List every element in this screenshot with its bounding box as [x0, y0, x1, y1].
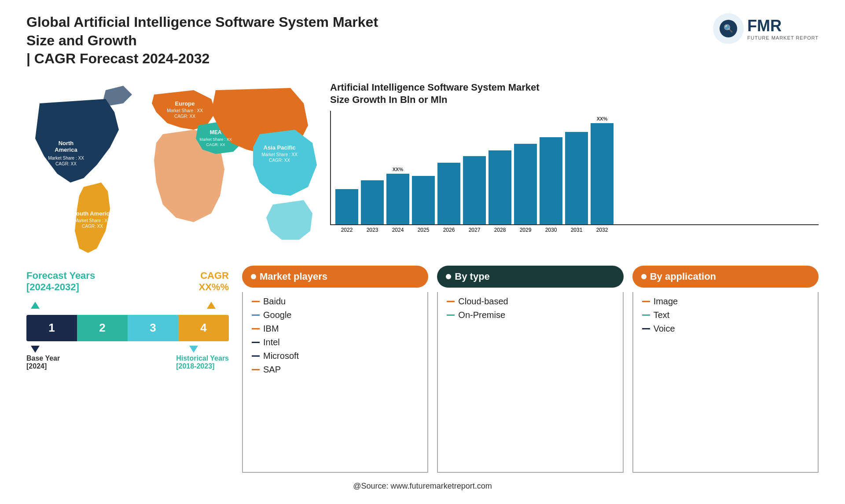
- year-label-2031: 2031: [565, 227, 588, 233]
- svg-text:Market Share : XX: Market Share : XX: [48, 156, 84, 161]
- by-application-content: Image Text Voice: [632, 292, 819, 473]
- svg-text:MEA: MEA: [210, 129, 222, 135]
- base-year-group: Base Year [2024]: [26, 354, 60, 370]
- cagr-label-group: CAGR XX%%: [199, 270, 229, 293]
- forecast-label: Forecast Years: [26, 270, 95, 281]
- bar-2028: [489, 149, 511, 224]
- timeline-up-arrows: [26, 302, 229, 310]
- svg-text:CAGR: XX: CAGR: XX: [55, 161, 77, 166]
- forecast-years: [2024-2032]: [26, 281, 95, 293]
- arrow-down-blue: [189, 346, 198, 354]
- historical-year-group: Historical Years [2018-2023]: [176, 354, 229, 370]
- logo-fmr: FMR: [747, 17, 782, 35]
- by-application-box: By application Image Text Voice: [632, 266, 819, 473]
- bar-2023: [361, 179, 384, 224]
- dash-icon: [447, 314, 455, 316]
- forecast-label-group: Forecast Years [2024-2032]: [26, 270, 95, 293]
- by-application-label: By application: [650, 271, 716, 282]
- arrow-up-teal: [31, 302, 40, 310]
- source-text: @Source: www.futuremarketreport.com: [353, 482, 492, 490]
- by-application-dot: [641, 274, 647, 279]
- forecast-cagr-header: Forecast Years [2024-2032] CAGR XX%%: [26, 270, 229, 293]
- dash-icon: [252, 328, 260, 329]
- svg-text:Europe: Europe: [175, 100, 195, 107]
- logo-text: FMR FUTURE MARKET REPORT: [747, 17, 819, 40]
- year-label-2028: 2028: [489, 227, 511, 233]
- year-label-2025: 2025: [412, 227, 435, 233]
- logo-subtitle: FUTURE MARKET REPORT: [747, 35, 819, 40]
- by-type-header: By type: [437, 266, 623, 288]
- dash-icon: [252, 355, 260, 357]
- year-label-2023: 2023: [361, 227, 384, 233]
- svg-text:North: North: [59, 140, 74, 146]
- market-players-content: Baidu Google IBM Intel Microsoft SAP: [242, 292, 428, 473]
- timeline-segment-2: 2: [77, 315, 128, 341]
- bar-2024: XX%: [386, 167, 409, 224]
- page: Global Artificial Intelligence Software …: [0, 0, 845, 504]
- market-players-dot: [251, 274, 256, 279]
- year-label-2024: 2024: [386, 227, 409, 233]
- list-item: Google: [252, 310, 423, 320]
- list-item: Cloud-based: [447, 296, 618, 307]
- base-year-value: [2024]: [26, 362, 60, 370]
- dash-icon: [252, 369, 260, 370]
- list-item: Baidu: [252, 296, 423, 307]
- bar-2030: [540, 135, 562, 224]
- dash-icon: [642, 301, 650, 302]
- svg-text:Market Share : XX: Market Share : XX: [74, 218, 110, 223]
- year-label-2027: 2027: [463, 227, 486, 233]
- svg-text:🔍: 🔍: [724, 24, 734, 33]
- dash-icon: [252, 301, 260, 302]
- year-label-2030: 2030: [540, 227, 562, 233]
- list-item: Intel: [252, 337, 423, 347]
- svg-text:Market Share : XX: Market Share : XX: [199, 137, 232, 142]
- svg-text:Asia Pacific: Asia Pacific: [264, 144, 296, 151]
- dash-icon: [252, 342, 260, 343]
- top-row: North America Market Share : XX CAGR: XX…: [26, 77, 819, 259]
- market-players-list: Baidu Google IBM Intel Microsoft SAP: [247, 296, 423, 375]
- market-players-header: Market players: [242, 266, 428, 288]
- year-label-2026: 2026: [437, 227, 460, 233]
- timeline-segment-1: 1: [26, 315, 77, 341]
- list-item: Image: [642, 296, 813, 307]
- svg-text:South America: South America: [72, 210, 113, 217]
- page-title: Global Artificial Intelligence Software …: [26, 13, 378, 68]
- base-year-label: Base Year: [26, 354, 60, 362]
- list-item: SAP: [252, 365, 423, 375]
- historical-year-label: Historical Years: [176, 354, 229, 362]
- bar-chart-section: Artificial Intelligence Software System …: [330, 77, 819, 259]
- timeline-down-arrows: [26, 346, 229, 354]
- market-players-label: Market players: [260, 271, 327, 282]
- svg-text:CAGR: XX: CAGR: XX: [206, 142, 225, 147]
- timeline-segment-3: 3: [128, 315, 178, 341]
- bar-2022: [335, 187, 358, 224]
- timeline-bar: 1 2 3 4: [26, 315, 229, 341]
- source-footer: @Source: www.futuremarketreport.com: [26, 477, 819, 491]
- logo: 🔍 FMR FUTURE MARKET REPORT: [713, 13, 819, 44]
- list-item: Text: [642, 310, 813, 320]
- svg-text:Market Share : XX: Market Share : XX: [261, 152, 298, 157]
- dash-icon: [642, 314, 650, 316]
- dash-icon: [447, 301, 455, 302]
- bar-2029: [514, 142, 537, 224]
- bar-2032: XX%: [591, 116, 614, 224]
- svg-text:Market Share : XX: Market Share : XX: [167, 108, 203, 113]
- market-players-box: Market players Baidu Google IBM Intel Mi…: [242, 266, 428, 473]
- by-type-dot: [446, 274, 451, 279]
- year-label-2032: 2032: [591, 227, 614, 233]
- world-map: North America Market Share : XX CAGR: XX…: [26, 77, 317, 259]
- cagr-label: CAGR: [199, 270, 229, 281]
- chart-title: Artificial Intelligence Software System …: [330, 81, 550, 106]
- cagr-value: XX%%: [199, 281, 229, 293]
- dash-icon: [642, 328, 650, 329]
- bar-2025: [412, 174, 435, 224]
- list-item: Voice: [642, 324, 813, 334]
- timeline-section: Forecast Years [2024-2032] CAGR XX%%: [26, 266, 229, 473]
- by-application-list: Image Text Voice: [638, 296, 813, 334]
- list-item: Microsoft: [252, 351, 423, 361]
- chart-container: XX%: [330, 111, 819, 225]
- map-svg: North America Market Share : XX CAGR: XX…: [26, 77, 317, 257]
- bottom-row: Forecast Years [2024-2032] CAGR XX%%: [26, 266, 819, 473]
- header: Global Artificial Intelligence Software …: [26, 13, 819, 68]
- by-type-list: Cloud-based On-Premise: [442, 296, 618, 320]
